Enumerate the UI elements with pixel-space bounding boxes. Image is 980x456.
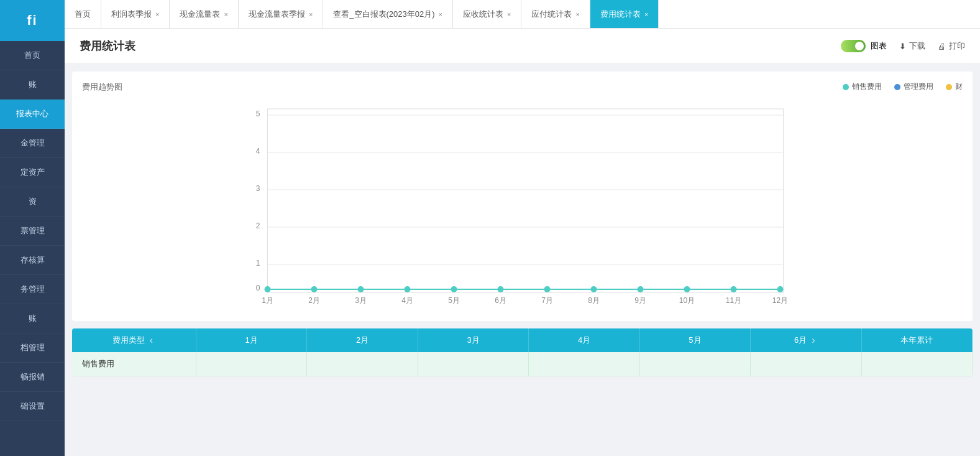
chart-point [777, 286, 784, 292]
header-actions: 图表 ⬇ 下载 🖨 打印 [841, 40, 965, 52]
row-m4 [529, 352, 639, 376]
sidebar-item-account[interactable]: 账 [0, 70, 65, 100]
table-header: 费用类型 ‹ 1月 2月 3月 4月 5月 [72, 328, 973, 352]
tab-expense-close[interactable]: × [644, 11, 648, 18]
chart-point [265, 286, 271, 292]
row-m3 [418, 352, 529, 376]
table-row: 销售费用 [72, 352, 973, 376]
tab-profit-quarterly-close[interactable]: × [155, 11, 159, 18]
chart-point [311, 286, 318, 292]
tab-payable[interactable]: 应付统计表 × [521, 0, 590, 28]
tab-receivable[interactable]: 应收统计表 × [453, 0, 521, 28]
svg-text:2: 2 [256, 221, 260, 230]
chart-toggle-container: 图表 [841, 40, 887, 52]
legend-admin: 管理费用 [894, 81, 933, 92]
tab-blank-report[interactable]: 查看_空白报表(2023年02月) × [323, 0, 453, 28]
chart-toggle[interactable] [841, 40, 866, 52]
tab-payable-close[interactable]: × [575, 11, 579, 18]
tab-profit-quarterly[interactable]: 利润表季报 × [101, 0, 170, 28]
print-button[interactable]: 🖨 打印 [938, 40, 965, 52]
row-type: 销售费用 [72, 352, 196, 376]
tab-expense-label: 费用统计表 [600, 9, 641, 20]
legend-admin-label: 管理费用 [904, 81, 933, 92]
row-m5 [640, 352, 751, 376]
tab-receivable-close[interactable]: × [507, 11, 511, 18]
svg-text:3: 3 [256, 184, 260, 193]
tab-cashflow-close[interactable]: × [224, 11, 227, 18]
col-month-5: 5月 [640, 328, 751, 352]
tab-cashflow-quarterly-close[interactable]: × [309, 11, 313, 18]
svg-text:3月: 3月 [355, 296, 367, 305]
col-ytd: 本年累计 [862, 328, 973, 352]
tab-profit-quarterly-label: 利润表季报 [111, 9, 152, 20]
tab-cashflow-quarterly[interactable]: 现金流量表季报 × [239, 0, 323, 28]
legend-finance-label: 财 [955, 81, 963, 92]
chart-point [684, 286, 690, 292]
chart-point [544, 286, 551, 292]
col-month-2: 2月 [307, 328, 418, 352]
row-m1 [196, 352, 307, 376]
svg-text:1: 1 [256, 259, 260, 268]
svg-text:10月: 10月 [679, 296, 695, 305]
sidebar-item-assets[interactable]: 定资产 [0, 158, 65, 187]
svg-text:5月: 5月 [448, 296, 460, 305]
sidebar-item-invoice[interactable]: 票管理 [0, 216, 65, 246]
legend-finance-dot [946, 84, 952, 90]
tab-blank-report-label: 查看_空白报表(2023年02月) [333, 9, 434, 20]
row-m2 [307, 352, 418, 376]
sidebar-item-finance[interactable]: 金管理 [0, 129, 65, 158]
chart-toggle-label: 图表 [871, 40, 887, 52]
tab-blank-report-close[interactable]: × [439, 11, 442, 18]
next-arrow[interactable]: › [809, 335, 817, 346]
col-month-4: 4月 [529, 328, 639, 352]
sidebar-item-reports[interactable]: 报表中心 [0, 100, 65, 129]
tab-cashflow-label: 现金流量表 [180, 9, 220, 20]
svg-rect-12 [268, 109, 784, 292]
sidebar-item-ledger[interactable]: 账 [0, 304, 65, 333]
sidebar-logo: fi [0, 0, 65, 41]
tab-bar: 首页 利润表季报 × 现金流量表 × 现金流量表季报 × 查看_空白报表(202… [65, 0, 980, 29]
legend-finance: 财 [946, 81, 963, 92]
svg-text:2月: 2月 [308, 296, 320, 305]
sidebar-item-expense[interactable]: 畅报销 [0, 363, 65, 392]
sidebar-item-settings[interactable]: 础设置 [0, 392, 65, 421]
chart-svg: 5 4 3 2 1 0 [82, 98, 963, 309]
sidebar: fi 首页 账 报表中心 金管理 定资产 资 票管理 存核算 务管理 账 档管理… [0, 0, 65, 456]
chart-point [731, 286, 737, 292]
tab-home-label: 首页 [75, 9, 91, 20]
tab-payable-label: 应付统计表 [531, 9, 572, 20]
prev-arrow[interactable]: ‹ [147, 335, 155, 346]
legend-sales-label: 销售费用 [852, 81, 882, 92]
svg-text:11月: 11月 [726, 296, 741, 305]
col-type: 费用类型 ‹ [72, 328, 196, 352]
download-icon: ⬇ [899, 42, 906, 51]
chart-point [498, 286, 504, 292]
legend-sales: 销售费用 [843, 81, 882, 92]
chart-point [405, 286, 411, 292]
svg-text:5: 5 [256, 109, 260, 118]
sidebar-item-home[interactable]: 首页 [0, 41, 65, 70]
col-month-3: 3月 [418, 328, 529, 352]
sidebar-item-capital[interactable]: 资 [0, 187, 65, 216]
tab-home[interactable]: 首页 [65, 0, 101, 28]
chart-point [638, 286, 644, 292]
chart-container: 费用趋势图 销售费用 管理费用 财 [72, 72, 973, 321]
chart-point [591, 286, 597, 292]
legend-sales-dot [843, 84, 849, 90]
col-month-6: 6月 › [751, 328, 861, 352]
svg-text:8月: 8月 [588, 296, 600, 305]
svg-text:1月: 1月 [262, 296, 273, 305]
sidebar-item-service[interactable]: 务管理 [0, 275, 65, 304]
tab-expense[interactable]: 费用统计表 × [590, 0, 659, 28]
svg-text:7月: 7月 [541, 296, 553, 305]
download-button[interactable]: ⬇ 下载 [899, 40, 925, 52]
page-content: 费用统计表 图表 ⬇ 下载 🖨 打印 费用趋势图 [65, 29, 980, 456]
tab-cashflow[interactable]: 现金流量表 × [170, 0, 238, 28]
page-header: 费用统计表 图表 ⬇ 下载 🖨 打印 [65, 29, 980, 64]
sidebar-item-inventory[interactable]: 存核算 [0, 246, 65, 275]
svg-text:6月: 6月 [495, 296, 506, 305]
row-m6 [751, 352, 861, 376]
page-title: 费用统计表 [80, 39, 135, 54]
row-ytd [862, 352, 973, 376]
sidebar-item-archive[interactable]: 档管理 [0, 333, 65, 363]
